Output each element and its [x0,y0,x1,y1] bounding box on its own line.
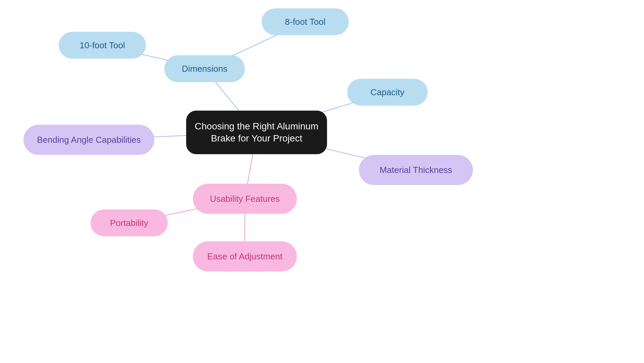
node-8foot-label: 8-foot Tool [285,17,326,27]
node-portability[interactable]: Portability [91,209,168,236]
node-usability[interactable]: Usability Features [193,184,297,214]
node-10foot[interactable]: 10-foot Tool [59,32,146,59]
center-node: Choosing the Right Aluminum Brake for Yo… [186,111,327,154]
node-dimensions[interactable]: Dimensions [164,55,245,82]
node-ease-label: Ease of Adjustment [207,251,282,262]
node-capacity-label: Capacity [370,87,404,98]
node-capacity[interactable]: Capacity [347,79,428,106]
node-10foot-label: 10-foot Tool [79,40,125,51]
center-label: Choosing the Right Aluminum Brake for Yo… [195,120,319,145]
node-portability-label: Portability [110,218,148,228]
node-material-label: Material Thickness [380,165,452,175]
node-bending-label: Bending Angle Capabilities [37,135,141,145]
node-material[interactable]: Material Thickness [359,155,473,185]
node-ease[interactable]: Ease of Adjustment [193,241,297,271]
node-8foot[interactable]: 8-foot Tool [262,8,349,35]
node-dimensions-label: Dimensions [182,64,227,74]
node-bending[interactable]: Bending Angle Capabilities [23,125,154,155]
node-usability-label: Usability Features [210,194,280,204]
